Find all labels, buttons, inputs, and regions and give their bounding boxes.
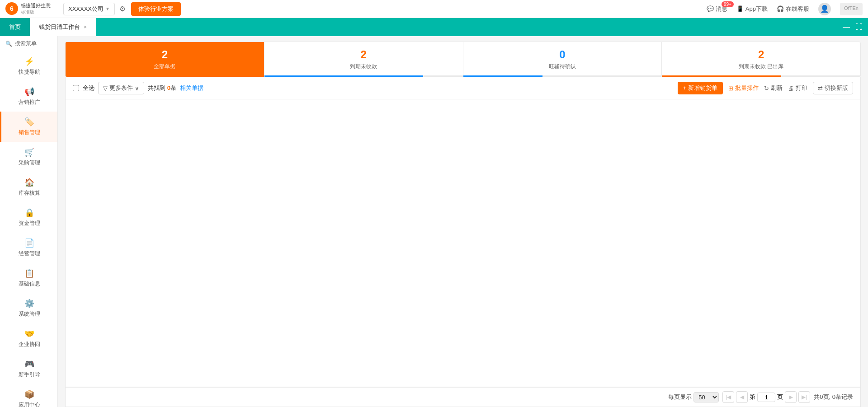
sidebar-item-system[interactable]: ⚙️ 系统管理 bbox=[0, 293, 57, 323]
first-page-button[interactable]: |◀ bbox=[722, 391, 734, 403]
card-all-label: 全部单据 bbox=[75, 63, 255, 70]
message-badge: 99+ bbox=[722, 1, 734, 7]
add-sales-order-button[interactable]: + 新增销货单 bbox=[678, 82, 723, 94]
sidebar-item-purchase[interactable]: 🛒 采购管理 bbox=[0, 142, 57, 172]
prev-page-button[interactable]: ◀ bbox=[736, 391, 748, 403]
sidebar: 🔍 搜索菜单 ⚡ 快捷导航 📢 营销推广 🏷️ 销售管理 🛒 采购管理 🏠 库存… bbox=[0, 36, 58, 407]
card-pending-label: 旺辅待确认 bbox=[472, 63, 653, 70]
marketing-icon: 📢 bbox=[24, 87, 34, 97]
chevron-down-icon: ▼ bbox=[105, 6, 110, 11]
system-icon: ⚙️ bbox=[24, 299, 34, 309]
sidebar-item-operations[interactable]: 📄 经营管理 bbox=[0, 233, 57, 263]
page-size-selector: 每页显示 50 10 20 100 bbox=[668, 392, 719, 402]
service-icon: 🎧 bbox=[777, 5, 784, 12]
page-number-input[interactable] bbox=[757, 393, 775, 402]
table-area bbox=[65, 99, 861, 387]
user-name-area[interactable]: OfTEn bbox=[840, 3, 863, 15]
sidebar-item-label: 经营管理 bbox=[19, 250, 40, 257]
avatar-icon: 👤 bbox=[820, 5, 829, 13]
switch-version-button[interactable]: ⇄ 切换新版 bbox=[813, 82, 853, 94]
sidebar-item-basic-info[interactable]: 📋 基础信息 bbox=[0, 263, 57, 293]
sidebar-item-label: 应用中心 bbox=[19, 401, 40, 407]
count-value: 0 bbox=[167, 84, 170, 91]
page-label: 第 bbox=[750, 393, 755, 401]
card-overdue[interactable]: 2 到期未收款 bbox=[264, 42, 463, 77]
home-tab[interactable]: 首页 bbox=[0, 18, 30, 36]
main-layout: 🔍 搜索菜单 ⚡ 快捷导航 📢 营销推广 🏷️ 销售管理 🛒 采购管理 🏠 库存… bbox=[0, 36, 868, 407]
search-icon: 🔍 bbox=[5, 41, 12, 47]
sidebar-item-marketing[interactable]: 📢 营销推广 bbox=[0, 81, 57, 112]
sidebar-item-finance[interactable]: 🔒 资金管理 bbox=[0, 202, 57, 233]
online-service-button[interactable]: 🎧 在线客服 bbox=[777, 5, 809, 13]
print-button[interactable]: 🖨 打印 bbox=[788, 84, 807, 92]
finance-icon: 🔒 bbox=[24, 208, 34, 218]
refresh-button[interactable]: ↻ 刷新 bbox=[764, 84, 783, 92]
sidebar-item-label: 系统管理 bbox=[19, 310, 40, 318]
card-pending-progress bbox=[463, 75, 662, 77]
sidebar-item-quick-nav[interactable]: ⚡ 快捷导航 bbox=[0, 51, 57, 81]
company-selector[interactable]: XXXXXX公司 ▼ bbox=[63, 3, 115, 15]
search-menu-item[interactable]: 🔍 搜索菜单 bbox=[0, 36, 57, 51]
refresh-icon: ↻ bbox=[764, 85, 769, 92]
operations-icon: 📄 bbox=[24, 238, 34, 248]
logo-sub: 标准版 bbox=[21, 9, 51, 15]
sidebar-item-label: 采购管理 bbox=[19, 159, 40, 167]
enterprise-icon: 🤝 bbox=[24, 329, 34, 339]
minimize-icon[interactable]: — bbox=[843, 23, 850, 31]
print-icon: 🖨 bbox=[788, 85, 794, 92]
top-right-area: 💬 消息 99+ 📱 App下载 🎧 在线客服 👤 OfTEn bbox=[707, 3, 863, 15]
inventory-icon: 🏠 bbox=[24, 178, 34, 187]
card-outbound[interactable]: 2 到期未收款 已出库 bbox=[662, 42, 860, 77]
trial-button[interactable]: 体验行业方案 bbox=[131, 2, 181, 16]
logo-text: 畅捷通好生意 bbox=[21, 2, 51, 9]
avatar[interactable]: 👤 bbox=[818, 3, 831, 15]
switch-icon: ⇄ bbox=[818, 85, 823, 92]
tab-close-icon[interactable]: × bbox=[84, 24, 87, 30]
app-download-button[interactable]: 📱 App下载 bbox=[736, 5, 768, 13]
card-all-count: 2 bbox=[75, 48, 255, 61]
batch-operation-button[interactable]: ⊞ 批量操作 bbox=[728, 84, 759, 92]
message-button[interactable]: 💬 消息 99+ bbox=[707, 5, 727, 13]
logo-icon: 6 bbox=[5, 2, 18, 15]
related-records-link[interactable]: 相关单据 bbox=[180, 84, 203, 92]
page-navigation: |◀ ◀ 第 页 ▶ ▶| bbox=[722, 391, 810, 403]
page-suffix: 页 bbox=[777, 393, 783, 401]
message-icon: 💬 bbox=[707, 5, 714, 12]
card-overdue-progress-bar bbox=[264, 75, 423, 77]
card-pending-progress-bar bbox=[463, 75, 543, 77]
sidebar-item-label: 快捷导航 bbox=[19, 68, 40, 76]
filter-chevron-icon: ∨ bbox=[135, 85, 139, 92]
sidebar-item-inventory[interactable]: 🏠 库存核算 bbox=[0, 172, 57, 202]
batch-icon: ⊞ bbox=[728, 85, 733, 92]
sales-icon: 🏷️ bbox=[24, 117, 34, 127]
per-page-label: 每页显示 bbox=[668, 393, 692, 401]
card-overdue-progress bbox=[264, 75, 463, 77]
card-outbound-count: 2 bbox=[671, 48, 851, 61]
page-summary: 共0页, 0条记录 bbox=[814, 393, 853, 401]
card-outbound-progress bbox=[662, 75, 860, 77]
card-pending[interactable]: 0 旺辅待确认 bbox=[463, 42, 662, 77]
basic-info-icon: 📋 bbox=[24, 268, 34, 278]
maximize-icon[interactable]: ⛶ bbox=[855, 23, 863, 31]
filter-button[interactable]: ▽ 更多条件 ∨ bbox=[98, 82, 144, 94]
select-all-checkbox[interactable] bbox=[73, 85, 79, 91]
toolbar-left: 全选 ▽ 更多条件 ∨ 共找到 0条 相关单据 bbox=[73, 82, 203, 94]
per-page-select[interactable]: 50 10 20 100 bbox=[693, 392, 719, 402]
filter-icon: ▽ bbox=[103, 85, 108, 92]
summary-cards: 2 全部单据 2 到期未收款 0 旺辅待确认 2 到期未收款 已出库 bbox=[65, 42, 861, 77]
card-all[interactable]: 2 全部单据 bbox=[66, 42, 264, 77]
sidebar-item-app-center[interactable]: 📦 应用中心 bbox=[0, 384, 57, 407]
sidebar-item-label: 营销推广 bbox=[19, 98, 40, 106]
settings-icon[interactable]: ⚙ bbox=[119, 5, 126, 13]
sidebar-item-label: 基础信息 bbox=[19, 280, 40, 288]
quick-nav-icon: ⚡ bbox=[24, 56, 34, 66]
sidebar-item-guide[interactable]: 🎮 新手引导 bbox=[0, 354, 57, 384]
pagination: 每页显示 50 10 20 100 |◀ ◀ 第 页 ▶ ▶| 共0页, 0条记… bbox=[65, 387, 861, 407]
sidebar-item-sales[interactable]: 🏷️ 销售管理 bbox=[0, 112, 57, 142]
workbench-tab[interactable]: 钱货日清工作台 × bbox=[30, 18, 96, 36]
guide-icon: 🎮 bbox=[24, 359, 34, 369]
last-page-button[interactable]: ▶| bbox=[798, 391, 810, 403]
select-all-label: 全选 bbox=[83, 84, 94, 92]
sidebar-item-enterprise[interactable]: 🤝 企业协同 bbox=[0, 323, 57, 354]
next-page-button[interactable]: ▶ bbox=[785, 391, 797, 403]
